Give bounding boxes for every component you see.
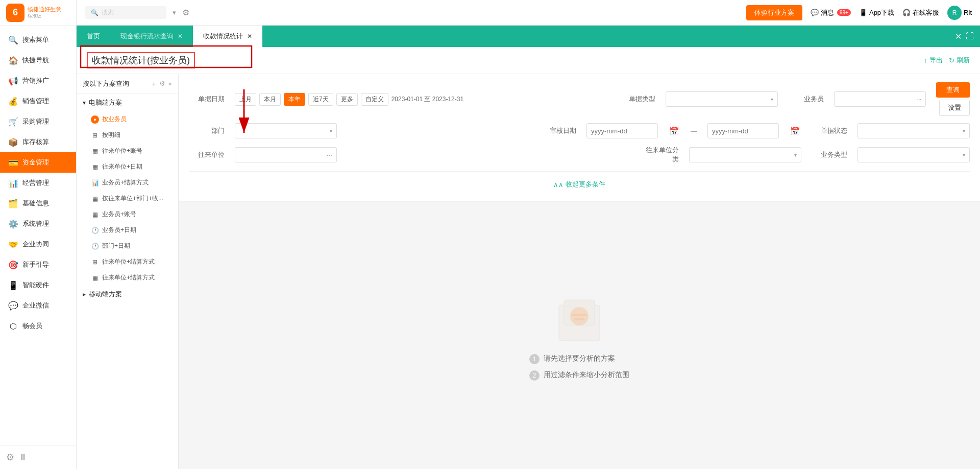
header-dropdown-icon[interactable]: ▾ [173, 9, 176, 16]
date-btn-this-month[interactable]: 本月 [259, 93, 281, 106]
sidebar-item-guide[interactable]: 🎯 新手引导 [0, 254, 76, 275]
finance-icon: 💳 [8, 157, 18, 168]
date-btn-this-year[interactable]: 本年 [284, 93, 305, 106]
hardware-icon: 📱 [8, 280, 18, 290]
tab-close-all-icon[interactable]: ✕ [955, 32, 962, 41]
scheme-item-staff-date[interactable]: 🕐 业务员+日期 [77, 222, 178, 238]
scheme-item-by-detail[interactable]: ⊞ 按明细 [77, 127, 178, 143]
sidebar-item-business[interactable]: 📊 经营管理 [0, 173, 76, 193]
online-service-item[interactable]: 🎧 在线客服 [902, 8, 939, 17]
doc-type-select[interactable]: ▾ [666, 91, 778, 107]
tab-bank-close[interactable]: ✕ [178, 33, 183, 40]
guide-icon: 🎯 [8, 260, 18, 270]
tab-home[interactable]: 首页 [77, 26, 110, 47]
sidebar-item-search[interactable]: 🔍 搜索菜单 [0, 30, 76, 50]
page-title: 收款情况统计(按业务员) [87, 52, 195, 68]
filter-row-2: 部门 ▾ 审核日期 📅 — 📅 单据状态 [189, 123, 970, 138]
scheme-settings-button[interactable]: ⚙ [159, 80, 165, 88]
tab-collection[interactable]: 收款情况统计 ✕ [193, 26, 262, 47]
partner-select[interactable]: ··· [235, 147, 337, 162]
trial-button[interactable]: 体验行业方案 [746, 5, 802, 20]
tab-maximize-icon[interactable]: ⛶ [966, 32, 974, 41]
scheme-item-unit-dept[interactable]: ▦ 按往来单位+部门+收... [77, 191, 178, 206]
date-btn-more[interactable]: 更多 [336, 93, 358, 106]
scheme-item-unit-settle2[interactable]: ▦ 往来单位+结算方式 [77, 270, 178, 286]
scheme-item-unit-settle1[interactable]: ⊞ 往来单位+结算方式 [77, 254, 178, 270]
biz-type-select[interactable]: ▾ [857, 147, 970, 162]
header-search[interactable]: 🔍 搜索 [85, 6, 166, 19]
sidebar-item-corp[interactable]: 🤝 企业协同 [0, 234, 76, 254]
sidebar-item-wechat[interactable]: 💬 企业微信 [0, 295, 76, 316]
date-btn-last-month[interactable]: 上月 [235, 93, 256, 106]
review-date-label: 审核日期 [541, 126, 576, 135]
sidebar-item-sales[interactable]: 💰 销售管理 [0, 91, 76, 111]
app-download-item[interactable]: 📱 App下载 [859, 8, 894, 17]
add-scheme-button[interactable]: + [152, 80, 156, 88]
query-button[interactable]: 查询 [936, 82, 970, 98]
search-icon: 🔍 [8, 35, 18, 45]
sidebar-item-hardware[interactable]: 📱 智能硬件 [0, 275, 76, 295]
doc-status-label: 单据状态 [812, 126, 847, 135]
sidebar-item-basic[interactable]: 🗂️ 基础信息 [0, 193, 76, 214]
table-icon4: ▦ [91, 210, 99, 219]
calendar-icon1[interactable]: 📅 [669, 126, 679, 136]
hint-item-2: 2 用过滤条件来缩小分析范围 [529, 370, 629, 381]
review-date-end[interactable] [707, 123, 779, 138]
mobile-scheme-header[interactable]: ▸ 移动端方案 [77, 286, 178, 303]
doc-type-label: 单据类型 [620, 95, 655, 104]
collapse-sidebar-icon[interactable]: ⏸ [18, 452, 28, 463]
tab-bank[interactable]: 现金银行流水查询 ✕ [110, 26, 193, 47]
date-btn-custom[interactable]: 自定义 [361, 93, 388, 106]
dept-select[interactable]: ▾ [235, 123, 337, 138]
table-icon: ▦ [91, 147, 99, 155]
refresh-icon: ↻ [949, 57, 954, 64]
sidebar-item-shortcut[interactable]: 🏠 快捷导航 [0, 50, 76, 71]
inventory-icon: 📦 [8, 137, 18, 147]
tab-collection-close[interactable]: ✕ [247, 33, 252, 40]
settings-bottom-icon[interactable]: ⚙ [6, 452, 14, 463]
calendar-icon2[interactable]: 📅 [790, 126, 800, 136]
collapse-panel-button[interactable]: « [168, 80, 172, 88]
notification-icon: 💬 [811, 9, 819, 16]
set-button[interactable]: 设置 [939, 100, 970, 116]
hint-item-1: 1 请先选择要分析的方案 [529, 354, 629, 364]
sidebar-item-member[interactable]: ⬡ 畅会员 [0, 316, 76, 336]
sidebar-item-marketing[interactable]: 📢 营销推广 [0, 71, 76, 91]
review-date-start[interactable] [586, 123, 658, 138]
export-icon: ↑ [924, 57, 928, 64]
desktop-scheme-header[interactable]: ▾ 电脑端方案 [77, 94, 178, 111]
staff-select[interactable]: ··· [834, 91, 926, 107]
scheme-item-staff-account[interactable]: ▦ 业务员+账号 [77, 206, 178, 222]
chevron-down-icon: ▾ [83, 99, 86, 106]
export-button[interactable]: ↑ 导出 [924, 56, 943, 65]
collapse-up-icon: ∧∧ [553, 181, 564, 189]
collapse-filter-button[interactable]: ∧∧ 收起更多条件 [549, 176, 609, 193]
date-buttons: 上月 本月 本年 近7天 更多 自定义 2023-01-01 至 2023-12… [235, 93, 463, 106]
biz-type-label: 业务类型 [812, 150, 847, 159]
header-gear-icon[interactable]: ⚙ [182, 8, 189, 17]
notification-item[interactable]: 💬 消息 99+ [811, 8, 851, 17]
dept-arrow: ▾ [330, 128, 332, 134]
sidebar-item-finance[interactable]: 💳 资金管理 [0, 152, 76, 173]
member-icon: ⬡ [8, 321, 18, 331]
partner-category-select[interactable]: ▾ [689, 147, 801, 162]
desktop-scheme-group: ▾ 电脑端方案 ● 按业务员 ⊞ 按明细 ▦ [77, 94, 178, 286]
refresh-button[interactable]: ↻ 刷新 [949, 56, 970, 65]
scheme-item-staff-settle[interactable]: 📊 业务员+结算方式 [77, 175, 178, 191]
user-avatar[interactable]: R Rit [947, 6, 972, 20]
doc-status-select[interactable]: ▾ [857, 123, 970, 138]
left-panel: 按以下方案查询 + ⚙ « ▾ 电脑端方案 ● [77, 74, 179, 469]
scheme-item-unit-date[interactable]: ▦ 往来单位+日期 [77, 159, 178, 175]
sidebar-item-inventory[interactable]: 📦 库存核算 [0, 132, 76, 152]
business-icon: 📊 [8, 178, 18, 188]
scheme-item-unit-account[interactable]: ▦ 往来单位+账号 [77, 143, 178, 159]
scheme-item-dept-date[interactable]: 🕐 部门+日期 [77, 238, 178, 254]
right-content: 单据日期 上月 本月 本年 近7天 更多 自定义 2023-01-01 至 20… [179, 74, 980, 469]
scheme-item-by-staff[interactable]: ● 按业务员 [77, 111, 178, 127]
partner-dots[interactable]: ··· [326, 151, 332, 159]
logo-area: 6 畅捷通好生意 标准版 [0, 0, 76, 26]
content-body: 按以下方案查询 + ⚙ « ▾ 电脑端方案 ● [77, 74, 980, 469]
sidebar-item-system[interactable]: ⚙️ 系统管理 [0, 214, 76, 234]
sidebar-item-purchase[interactable]: 🛒 采购管理 [0, 111, 76, 132]
date-btn-7days[interactable]: 近7天 [308, 93, 333, 106]
